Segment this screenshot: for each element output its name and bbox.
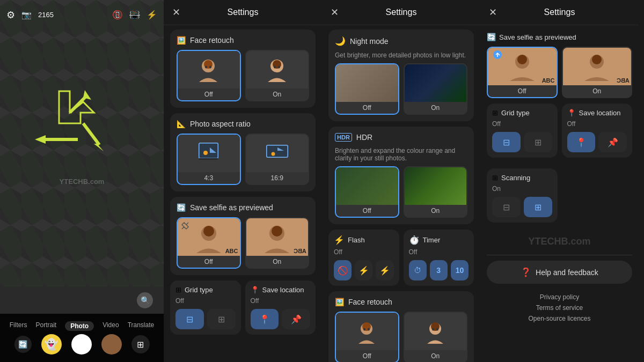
face-retouch-card: 🖼️ Face retouch Off: [170, 29, 316, 108]
aspect-4-3-label: 4:3: [204, 172, 213, 184]
grid-3-off-btn[interactable]: ⊟: [492, 132, 521, 152]
face-retouch-off[interactable]: Off: [177, 50, 241, 101]
camera-bottom-bar: Filters Portrait Photo Video Translate 🔄…: [0, 314, 164, 362]
shutter-button[interactable]: [71, 334, 92, 354]
hdr-on-label: On: [431, 205, 440, 217]
flash-auto-btn[interactable]: ⚡: [355, 260, 372, 280]
svg-point-23: [203, 226, 214, 237]
face-retouch-2-off[interactable]: Off: [335, 312, 399, 362]
open-source-link[interactable]: Open-source licences: [528, 315, 590, 322]
night-mode-title: Night mode: [350, 37, 389, 46]
grid-3-on-btn[interactable]: ⊞: [524, 132, 552, 152]
grid-type-value: Off: [175, 297, 236, 305]
mode-translate[interactable]: Translate: [128, 321, 155, 331]
selfie-on-label: On: [273, 256, 281, 268]
qr-icon[interactable]: ⊞: [131, 335, 150, 353]
svg-point-10: [274, 65, 276, 68]
svg-rect-16: [199, 158, 218, 160]
svg-point-34: [436, 328, 438, 330]
aspect-4-3[interactable]: 4:3: [177, 134, 241, 185]
face-retouch-on-label: On: [273, 88, 281, 100]
svg-point-14: [203, 151, 208, 155]
location-on-btn[interactable]: 📌: [282, 309, 310, 329]
grid-on-btn[interactable]: ⊞: [207, 309, 236, 329]
selfie-on[interactable]: ABC On: [245, 217, 310, 269]
save-selfie-title: Save selfie as previewed: [190, 203, 273, 212]
hdr-on[interactable]: On: [404, 166, 468, 218]
camera-modes: Filters Portrait Photo Video Translate: [10, 321, 154, 331]
scanning-off-btn[interactable]: ⊟: [492, 197, 521, 217]
face-retouch-2-on[interactable]: On: [404, 312, 468, 362]
panel-2-header: ✕ Settings: [322, 0, 480, 25]
mode-portrait[interactable]: Portrait: [35, 321, 56, 331]
mode-filters[interactable]: Filters: [10, 321, 27, 331]
night-mode-card: 🌙 Night mode Get brighter, more detailed…: [328, 29, 474, 121]
call-mute-icon: 📵: [112, 10, 123, 20]
scanning-on-btn[interactable]: ⊞: [524, 197, 552, 217]
panel-2-close[interactable]: ✕: [331, 6, 339, 18]
flash-off-btn[interactable]: 🚫: [334, 260, 352, 280]
grid-type-title: Grid type: [185, 286, 213, 294]
settings-icon[interactable]: ⚙: [6, 9, 15, 21]
help-feedback-button[interactable]: ❓ Help and feedback: [487, 261, 632, 284]
gallery-icon[interactable]: [101, 334, 122, 354]
save-location-title: Save location: [262, 286, 304, 294]
privacy-policy-link[interactable]: Privacy policy: [540, 293, 579, 301]
grid-icon: ⊞: [175, 286, 181, 294]
hdr-off[interactable]: Off: [335, 166, 399, 218]
grid-3-icon: ⊞: [492, 109, 498, 117]
mode-photo[interactable]: Photo: [65, 321, 94, 331]
snapchat-icon[interactable]: 👻: [41, 334, 62, 354]
timer-10s-btn[interactable]: 10: [451, 260, 469, 280]
svg-rect-13: [199, 143, 218, 158]
timer-value: Off: [409, 248, 469, 256]
face-retouch-off-label: Off: [204, 88, 213, 100]
zoom-icon: 🔍: [141, 296, 150, 305]
flash-top-icon: ⚡: [147, 10, 157, 20]
panel-3-header: ✕ Settings: [480, 0, 639, 25]
night-on[interactable]: On: [404, 63, 468, 115]
selfie-3-off[interactable]: ABC Off: [487, 47, 558, 98]
panel-1-close[interactable]: ✕: [172, 6, 180, 18]
face-retouch-on[interactable]: On: [245, 50, 310, 101]
grid-off-btn[interactable]: ⊟: [175, 309, 204, 329]
face-retouch-2-off-label: Off: [363, 350, 371, 362]
timer-card: ⏱️ Timer Off ⏱ 3 10: [404, 230, 474, 286]
help-icon: ❓: [521, 267, 531, 277]
grid-type-card: ⊞ Grid type Off ⊟ ⊞: [170, 280, 241, 335]
save-location-card: 📍 Save location Off 📍 📌: [245, 280, 316, 335]
location-3-on-btn[interactable]: 📌: [598, 132, 627, 152]
aspect-16-9[interactable]: 16:9: [245, 134, 310, 185]
selfie-3-on[interactable]: ABC On: [562, 47, 633, 98]
save-location-3-title: Save location: [579, 109, 621, 117]
flash-on-btn[interactable]: ⚡: [376, 260, 393, 280]
panel-3-title: Settings: [544, 8, 575, 17]
timer-3s-btn[interactable]: 3: [430, 260, 448, 280]
selfie-3-off-label: Off: [518, 85, 526, 97]
panel-1-header: ✕ Settings: [164, 0, 322, 25]
scanning-card: ⊞ Scanning On ⊟ ⊞: [487, 168, 558, 223]
zoom-button[interactable]: 🔍: [137, 292, 153, 308]
night-on-label: On: [431, 102, 440, 114]
location-3-off-btn[interactable]: 📍: [567, 132, 596, 152]
selfie-off[interactable]: ABC Off: [177, 217, 241, 269]
rotate-icon[interactable]: 🔄: [14, 336, 32, 353]
terms-link[interactable]: Terms of service: [536, 304, 583, 312]
timer-off-btn[interactable]: ⏱: [409, 260, 427, 280]
flash-card: ⚡ Flash Off 🚫 ⚡ ⚡: [328, 230, 399, 286]
panel-3-close[interactable]: ✕: [489, 6, 497, 18]
settings-panel-1: ✕ Settings 🖼️ Face retouch: [164, 0, 322, 362]
aspect-ratio-title: Photo aspect ratio: [190, 120, 251, 128]
divider-help: [487, 255, 632, 255]
save-selfie-icon: 🔄: [177, 203, 186, 212]
aspect-ratio-icon: 📐: [177, 120, 186, 128]
save-selfie-card: 🔄 Save selfie as previewed ABC: [170, 197, 316, 275]
night-off-label: Off: [363, 102, 371, 114]
location-off-btn[interactable]: 📍: [251, 309, 279, 329]
location-icon: 📍: [251, 286, 259, 294]
scanning-icon: ⊞: [492, 174, 498, 182]
mode-video[interactable]: Video: [103, 321, 119, 331]
night-off[interactable]: Off: [335, 63, 399, 115]
aspect-ratio-card: 📐 Photo aspect ratio 4:3: [170, 113, 316, 191]
night-mode-subtitle: Get brighter, more detailed photos in lo…: [335, 51, 467, 59]
